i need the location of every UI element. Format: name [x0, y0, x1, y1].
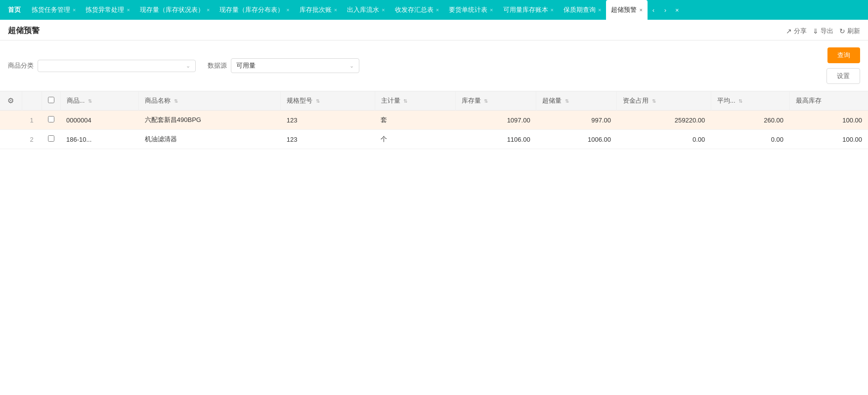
cell-maxstock: 100.00 [789, 111, 868, 130]
row-checkbox-0[interactable] [48, 116, 54, 122]
sort-stock-icon: ⇅ [484, 98, 488, 104]
filter-area: 商品分类 ⌄ 数据源 可用量 ⌄ 查询 设置 [0, 40, 868, 91]
close-tab-9-icon[interactable]: × [551, 7, 554, 13]
close-tab-5-icon[interactable]: × [334, 7, 337, 13]
top-navigation: 首页 拣货任务管理 × 拣货异常处理 × 现存量（库存状况表） × 现存量（库存… [0, 0, 868, 20]
sort-unit-icon: ⇅ [403, 98, 407, 104]
cell-avg: 260.00 [711, 111, 789, 130]
th-name[interactable]: 商品名称 ⇅ [139, 91, 281, 111]
query-button[interactable]: 查询 [827, 47, 860, 63]
cell-code: 186-10... [60, 130, 139, 149]
category-filter-group: 商品分类 ⌄ [8, 60, 196, 72]
cell-code: 0000004 [60, 111, 139, 130]
sort-capital-icon: ⇅ [652, 98, 656, 104]
close-tab-3-icon[interactable]: × [207, 7, 210, 13]
close-tab-4-icon[interactable]: × [286, 7, 289, 13]
nav-tab-3[interactable]: 现存量（库存状况表） × [135, 0, 215, 20]
nav-close-arrow[interactable]: × [671, 0, 683, 20]
close-tab-1-icon[interactable]: × [73, 7, 76, 13]
cell-checkbox[interactable] [42, 111, 60, 130]
cell-checkbox[interactable] [42, 130, 60, 149]
page-header: 超储预警 ↗ 分享 ⇓ 导出 ↻ 刷新 [0, 20, 868, 40]
datasource-select[interactable]: 可用量 ⌄ [231, 58, 359, 73]
nav-tab-5[interactable]: 库存批次账 × [295, 0, 342, 20]
select-all-checkbox[interactable] [48, 97, 54, 103]
page-container: 超储预警 ↗ 分享 ⇓ 导出 ↻ 刷新 商品分类 ⌄ 数据源 [0, 20, 868, 395]
cell-name: 六配套新昌490BPG [139, 111, 281, 130]
nav-prev-arrow[interactable]: ‹ [648, 0, 659, 20]
row-checkbox-1[interactable] [48, 135, 54, 142]
sort-spec-icon: ⇅ [316, 98, 320, 104]
cell-unit: 套 [375, 111, 455, 130]
close-tab-10-icon[interactable]: × [598, 7, 601, 13]
th-spec[interactable]: 规格型号 ⇅ [281, 91, 375, 111]
sort-name-icon: ⇅ [174, 98, 178, 104]
th-num [22, 91, 42, 111]
datasource-filter-group: 数据源 可用量 ⌄ [208, 58, 359, 73]
set-button[interactable]: 设置 [826, 68, 860, 84]
cell-unit: 个 [375, 130, 455, 149]
cell-maxstock: 100.00 [789, 130, 868, 149]
share-button[interactable]: ↗ 分享 [786, 27, 807, 36]
th-code[interactable]: 商品... ⇅ [60, 91, 139, 111]
category-select[interactable]: ⌄ [38, 60, 196, 72]
nav-next-arrow[interactable]: › [659, 0, 671, 20]
cell-spec: 123 [281, 111, 375, 130]
table-row: 1 0000004 六配套新昌490BPG 123 套 1097.00 997.… [0, 111, 868, 130]
nav-tab-1[interactable]: 拣货任务管理 × [27, 0, 81, 20]
export-icon: ⇓ [813, 27, 819, 35]
table-header-row: ⚙ 商品... ⇅ 商品名称 ⇅ 规格型号 [0, 91, 868, 111]
sort-over-icon: ⇅ [565, 98, 569, 104]
share-icon: ↗ [786, 27, 792, 35]
table-row: 2 186-10... 机油滤清器 123 个 1106.00 1006.00 … [0, 130, 868, 149]
cell-name: 机油滤清器 [139, 130, 281, 149]
close-tab-2-icon[interactable]: × [127, 7, 130, 13]
cell-capital: 0.00 [617, 130, 711, 149]
cell-over: 1006.00 [536, 130, 617, 149]
th-gear[interactable]: ⚙ [0, 91, 22, 111]
nav-home[interactable]: 首页 [2, 0, 27, 20]
category-chevron-icon: ⌄ [186, 63, 190, 69]
cell-stock: 1106.00 [455, 130, 536, 149]
datasource-chevron-icon: ⌄ [349, 63, 354, 69]
nav-tab-9[interactable]: 可用量库存账本 × [498, 0, 559, 20]
th-over[interactable]: 超储量 ⇅ [536, 91, 617, 111]
gear-icon: ⚙ [7, 96, 14, 105]
th-checkbox[interactable] [42, 91, 60, 111]
export-button[interactable]: ⇓ 导出 [813, 27, 833, 36]
nav-tab-11[interactable]: 超储预警 × [606, 0, 647, 20]
close-tab-7-icon[interactable]: × [436, 7, 439, 13]
cell-stock: 1097.00 [455, 111, 536, 130]
refresh-button[interactable]: ↻ 刷新 [839, 27, 860, 36]
nav-tab-8[interactable]: 要货单统计表 × [444, 0, 498, 20]
nav-tab-2[interactable]: 拣货异常处理 × [81, 0, 134, 20]
sort-code-icon: ⇅ [88, 98, 92, 104]
th-avg[interactable]: 平均... ⇅ [711, 91, 789, 111]
th-stock[interactable]: 库存量 ⇅ [455, 91, 536, 111]
category-label: 商品分类 [8, 61, 34, 70]
cell-gear [0, 130, 22, 149]
datasource-label: 数据源 [208, 61, 227, 70]
data-table: ⚙ 商品... ⇅ 商品名称 ⇅ 规格型号 [0, 91, 868, 149]
close-tab-6-icon[interactable]: × [382, 7, 385, 13]
nav-tab-4[interactable]: 现存量（库存分布表） × [215, 0, 294, 20]
cell-num: 1 [22, 111, 42, 130]
nav-tab-10[interactable]: 保质期查询 × [559, 0, 606, 20]
th-capital[interactable]: 资金占用 ⇅ [617, 91, 711, 111]
table-container: ⚙ 商品... ⇅ 商品名称 ⇅ 规格型号 [0, 91, 868, 149]
close-tab-11-icon[interactable]: × [639, 7, 642, 13]
filter-right-actions: 查询 设置 [826, 47, 860, 84]
cell-capital: 259220.00 [617, 111, 711, 130]
refresh-icon: ↻ [839, 27, 845, 35]
th-unit[interactable]: 主计量 ⇅ [375, 91, 455, 111]
cell-avg: 0.00 [711, 130, 789, 149]
nav-tab-6[interactable]: 出入库流水 × [342, 0, 390, 20]
datasource-value: 可用量 [236, 61, 256, 70]
page-title: 超储预警 [8, 26, 40, 36]
nav-tab-7[interactable]: 收发存汇总表 × [390, 0, 444, 20]
close-tab-8-icon[interactable]: × [490, 7, 493, 13]
th-maxstock[interactable]: 最高库存 [789, 91, 868, 111]
cell-gear [0, 111, 22, 130]
cell-over: 997.00 [536, 111, 617, 130]
cell-spec: 123 [281, 130, 375, 149]
